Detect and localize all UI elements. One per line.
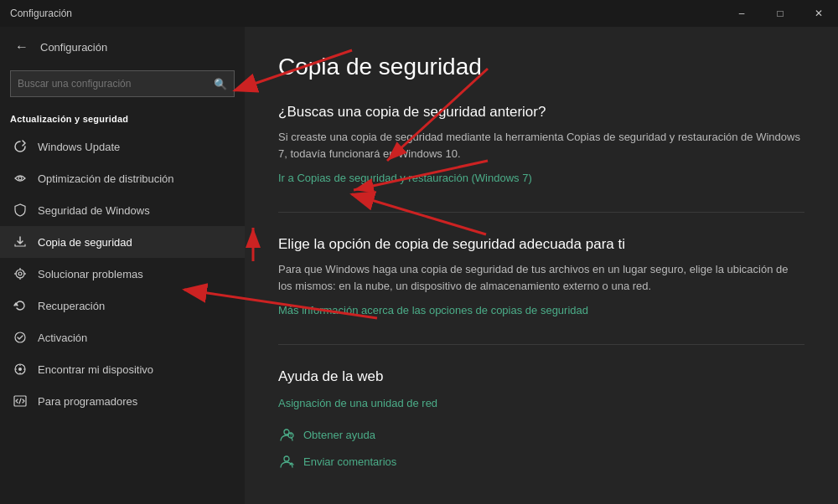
section-opcion-heading: Elige la opción de copia de seguridad ad… <box>278 236 804 253</box>
page-title: Copia de seguridad <box>278 54 804 80</box>
search-box[interactable]: 🔍 <box>10 70 235 97</box>
sidebar-item-encontrar[interactable]: Encontrar mi dispositivo <box>0 353 245 385</box>
main-content: Copia de seguridad ¿Buscas una copia de … <box>245 27 838 504</box>
sidebar: ← Configuración 🔍 Actualización y seguri… <box>0 27 245 504</box>
recovery-icon <box>13 298 28 313</box>
programadores-label: Para programadores <box>38 395 137 408</box>
svg-point-0 <box>18 177 22 180</box>
shield-icon <box>13 203 28 218</box>
seguridad-label: Seguridad de Windows <box>38 204 150 217</box>
web-help-section: Ayuda de la web Asignación de una unidad… <box>278 368 804 470</box>
obtain-help-row[interactable]: ? Obtener ayuda <box>278 426 804 443</box>
web-help-link1[interactable]: Asignación de una unidad de red <box>278 397 804 409</box>
section-label: Actualización y seguridad <box>0 107 245 131</box>
web-help-title: Ayuda de la web <box>278 368 804 385</box>
send-feedback-icon <box>278 453 295 470</box>
find-icon <box>13 362 28 377</box>
sidebar-item-distribucion[interactable]: Optimización de distribución <box>0 162 245 194</box>
sidebar-item-programadores[interactable]: Para programadores <box>0 385 245 417</box>
section-anterior-heading: ¿Buscas una copia de seguridad anterior? <box>278 104 804 121</box>
close-button[interactable]: ✕ <box>799 0 838 27</box>
dev-icon <box>13 393 28 409</box>
svg-point-9 <box>18 368 22 371</box>
sidebar-nav-top: ← Configuración <box>0 27 245 67</box>
sidebar-title-text: Configuración <box>40 41 107 54</box>
section-anterior-link[interactable]: Ir a Copias de seguridad y restauración … <box>278 172 532 184</box>
section-opcion-text: Para que Windows haga una copia de segur… <box>278 261 804 294</box>
app-title: Configuración <box>10 8 72 19</box>
obtain-help-icon: ? <box>278 426 295 443</box>
sidebar-item-seguridad[interactable]: Seguridad de Windows <box>0 194 245 226</box>
sidebar-item-windows-update[interactable]: Windows Update <box>0 131 245 162</box>
svg-point-2 <box>18 272 22 275</box>
section-anterior-text: Si creaste una copia de seguridad median… <box>278 129 804 162</box>
distribution-icon <box>13 171 28 186</box>
refresh-icon <box>13 139 28 154</box>
title-bar-controls: – □ ✕ <box>722 0 838 27</box>
svg-point-1 <box>16 270 24 278</box>
backup-icon <box>13 234 28 249</box>
svg-point-7 <box>15 332 25 342</box>
svg-text:?: ? <box>289 433 292 438</box>
search-icon: 🔍 <box>214 78 227 90</box>
maximize-button[interactable]: □ <box>761 0 799 27</box>
section-opcion-link[interactable]: Más información acerca de las opciones d… <box>278 304 588 316</box>
sidebar-item-solucionar[interactable]: Solucionar problemas <box>0 258 245 290</box>
back-button[interactable]: ← <box>10 35 34 59</box>
send-feedback-row[interactable]: Enviar comentarios <box>278 453 804 470</box>
activacion-label: Activación <box>38 332 87 344</box>
divider-2 <box>278 344 804 345</box>
divider-1 <box>278 212 804 213</box>
search-input[interactable] <box>18 78 209 90</box>
svg-point-22 <box>284 456 289 461</box>
solucionar-label: Solucionar problemas <box>38 268 143 280</box>
obtain-help-label: Obtener ayuda <box>303 429 375 441</box>
windows-update-label: Windows Update <box>38 141 120 153</box>
sidebar-item-recuperacion[interactable]: Recuperación <box>0 290 245 321</box>
wrench-icon <box>13 266 28 281</box>
activation-icon <box>13 330 28 345</box>
app-body: ← Configuración 🔍 Actualización y seguri… <box>0 27 838 504</box>
encontrar-label: Encontrar mi dispositivo <box>38 363 153 376</box>
title-bar: Configuración – □ ✕ <box>0 0 838 27</box>
send-feedback-label: Enviar comentarios <box>303 455 396 468</box>
copia-label: Copia de seguridad <box>38 236 132 249</box>
recuperacion-label: Recuperación <box>38 300 105 312</box>
distribucion-label: Optimización de distribución <box>38 172 174 185</box>
sidebar-item-copia[interactable]: Copia de seguridad <box>0 226 245 258</box>
sidebar-item-activacion[interactable]: Activación <box>0 321 245 353</box>
section-opcion: Elige la opción de copia de seguridad ad… <box>278 236 804 317</box>
minimize-button[interactable]: – <box>722 0 761 27</box>
section-anterior: ¿Buscas una copia de seguridad anterior?… <box>278 104 804 185</box>
title-bar-left: Configuración <box>10 8 72 19</box>
